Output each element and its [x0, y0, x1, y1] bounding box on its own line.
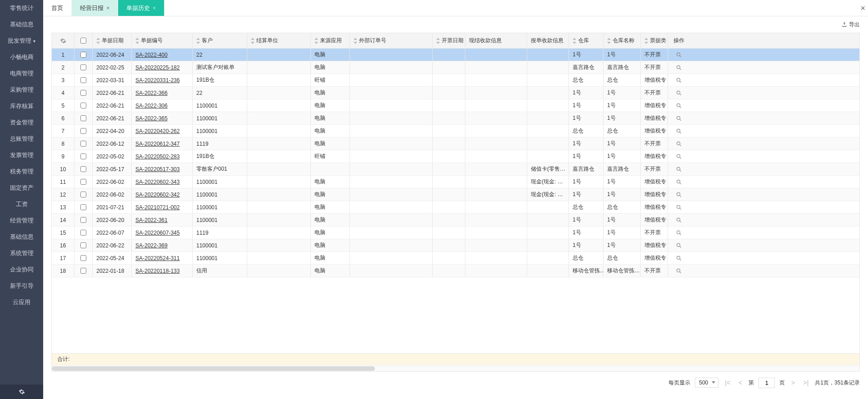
cell-checkbox[interactable]: [75, 74, 93, 86]
sort-icon[interactable]: [135, 38, 139, 44]
magnify-icon[interactable]: [676, 128, 682, 134]
cell-checkbox[interactable]: [75, 239, 93, 251]
close-icon[interactable]: ×: [153, 5, 156, 11]
last-page-button[interactable]: >|: [801, 379, 810, 386]
sidebar-item-15[interactable]: 系统管理: [0, 245, 43, 261]
prev-page-button[interactable]: <: [737, 379, 744, 386]
table-row[interactable]: 132021-07-21SA-20210721-0021100001电脑总仓总仓…: [52, 201, 859, 214]
row-checkbox[interactable]: [80, 90, 86, 96]
cell-checkbox[interactable]: [75, 188, 93, 201]
doc-link[interactable]: SA-20220607-345: [135, 230, 180, 236]
magnify-icon[interactable]: [676, 242, 682, 249]
row-checkbox[interactable]: [80, 204, 86, 210]
col-kpdate[interactable]: 开票日期: [433, 33, 465, 48]
sidebar-item-18[interactable]: 云应用: [0, 294, 43, 310]
table-row[interactable]: 72022-04-20SA-20220420-2621100001电脑总仓总仓增…: [52, 125, 859, 138]
sort-icon[interactable]: [96, 38, 100, 44]
table-row[interactable]: 32022-03-31SA-20220331-236191B仓旺铺总仓总仓增值税…: [52, 74, 859, 87]
doc-link[interactable]: SA-2022-361: [135, 217, 168, 223]
sidebar-item-1[interactable]: 基础信息: [0, 16, 43, 33]
table-row[interactable]: 122022-06-02SA-20220602-3421100001电脑现金(现…: [52, 188, 859, 201]
col-wh[interactable]: 仓库: [569, 33, 604, 48]
table-row[interactable]: 112022-06-02SA-20220602-3431100001电脑现金(现…: [52, 176, 859, 188]
cell-checkbox[interactable]: [75, 176, 93, 188]
doc-link[interactable]: SA-20220502-283: [135, 153, 180, 160]
export-button[interactable]: 导出: [842, 21, 860, 29]
table-row[interactable]: 62022-06-21SA-2022-3651100001电脑1号1号增值税专: [52, 112, 859, 125]
cell-checkbox[interactable]: [75, 150, 93, 163]
cell-checkbox[interactable]: [75, 61, 93, 74]
magnify-icon[interactable]: [676, 230, 682, 236]
sidebar-item-17[interactable]: 新手引导: [0, 278, 43, 294]
doc-link[interactable]: SA-2022-400: [135, 52, 168, 58]
table-row[interactable]: 92022-05-02SA-20220502-283191B仓旺铺1号1号增值税…: [52, 150, 859, 163]
row-checkbox[interactable]: [80, 103, 86, 108]
sidebar-item-3[interactable]: 小畅电商: [0, 49, 43, 65]
row-checkbox[interactable]: [80, 115, 86, 121]
sidebar-item-13[interactable]: 经营管理: [0, 212, 43, 229]
row-checkbox[interactable]: [80, 268, 86, 274]
sort-icon[interactable]: [436, 38, 440, 44]
scrollbar-thumb[interactable]: [52, 366, 375, 371]
col-sk2[interactable]: 按单收款信息: [527, 33, 569, 48]
doc-link[interactable]: SA-20210721-002: [135, 204, 180, 211]
sort-icon[interactable]: [251, 38, 254, 44]
magnify-icon[interactable]: [676, 179, 682, 185]
doc-link[interactable]: SA-2022-365: [135, 115, 168, 122]
doc-link[interactable]: SA-20220612-347: [135, 141, 180, 147]
row-checkbox[interactable]: [80, 179, 86, 185]
sidebar-item-6[interactable]: 库存核算: [0, 98, 43, 114]
cell-checkbox[interactable]: [75, 252, 93, 264]
magnify-icon[interactable]: [676, 268, 682, 274]
magnify-icon[interactable]: [676, 141, 682, 147]
horizontal-scrollbar[interactable]: [52, 365, 859, 371]
tab-report[interactable]: 经营日报×: [72, 0, 118, 16]
magnify-icon[interactable]: [676, 77, 682, 84]
row-checkbox[interactable]: [80, 141, 86, 147]
table-row[interactable]: 52022-06-21SA-2022-3061100001电脑1号1号增值税专: [52, 99, 859, 112]
magnify-icon[interactable]: [676, 153, 682, 160]
doc-link[interactable]: SA-2022-306: [135, 103, 168, 109]
col-ext-order[interactable]: 外部订单号: [350, 33, 433, 48]
table-row[interactable]: 142022-06-20SA-2022-3611100001电脑1号1号增值税专: [52, 214, 859, 227]
row-checkbox[interactable]: [80, 255, 86, 261]
doc-link[interactable]: SA-2022-369: [135, 242, 168, 249]
col-checkbox[interactable]: [75, 33, 93, 48]
sidebar-item-16[interactable]: 企业协同: [0, 261, 43, 278]
col-customer[interactable]: 客户: [193, 33, 247, 48]
cell-checkbox[interactable]: [75, 227, 93, 239]
select-all-checkbox[interactable]: [80, 38, 86, 44]
table-row[interactable]: 172022-05-24SA-20220524-3111100001电脑总仓总仓…: [52, 252, 859, 265]
doc-link[interactable]: SA-20220118-133: [135, 268, 180, 274]
magnify-icon[interactable]: [676, 103, 682, 109]
tab-home[interactable]: 首页: [43, 0, 72, 16]
col-sk1[interactable]: 现结收款信息: [465, 33, 527, 48]
row-checkbox[interactable]: [80, 230, 86, 236]
sort-icon[interactable]: [196, 38, 200, 44]
sort-icon[interactable]: [314, 38, 318, 44]
close-icon[interactable]: ×: [106, 5, 110, 11]
sort-icon[interactable]: [573, 38, 576, 44]
cell-checkbox[interactable]: [75, 265, 93, 277]
page-input[interactable]: [758, 378, 775, 388]
col-date[interactable]: 单据日期: [93, 33, 132, 48]
doc-link[interactable]: SA-20220225-182: [135, 64, 180, 71]
sidebar-settings[interactable]: [0, 384, 43, 399]
sidebar-item-14[interactable]: 基础信息: [0, 229, 43, 245]
sidebar-item-10[interactable]: 税务管理: [0, 163, 43, 180]
cell-checkbox[interactable]: [75, 201, 93, 213]
row-checkbox[interactable]: [80, 128, 86, 134]
doc-link[interactable]: SA-20220517-303: [135, 166, 180, 172]
sort-icon[interactable]: [607, 38, 611, 44]
sidebar-item-4[interactable]: 电商管理: [0, 65, 43, 82]
table-row[interactable]: 152022-06-07SA-20220607-3451119电脑1号1号不开票: [52, 227, 859, 239]
row-checkbox[interactable]: [80, 217, 86, 223]
sort-icon[interactable]: [354, 38, 357, 44]
col-unit[interactable]: 结算单位: [247, 33, 311, 48]
cell-checkbox[interactable]: [75, 125, 93, 137]
doc-link[interactable]: SA-20220602-342: [135, 192, 180, 198]
table-row[interactable]: 12022-06-24SA-2022-40022电脑1号1号不开票: [52, 49, 859, 61]
sidebar-item-12[interactable]: 工资: [0, 196, 43, 212]
close-all-icon[interactable]: ×: [860, 4, 865, 13]
col-source[interactable]: 来源应用: [311, 33, 350, 48]
